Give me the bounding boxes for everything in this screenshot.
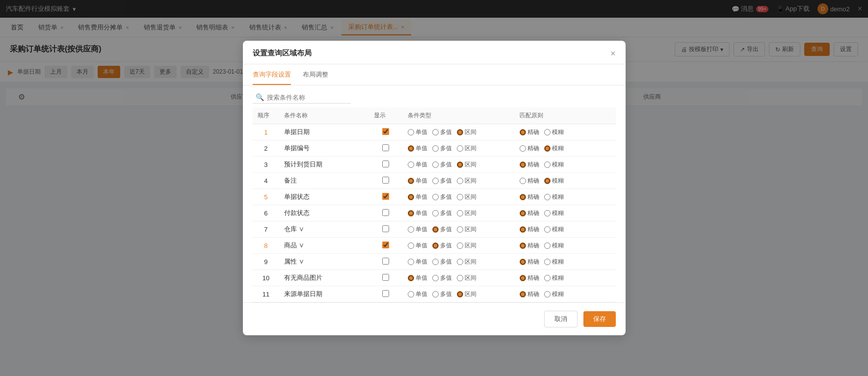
row-display-cell bbox=[369, 124, 403, 140]
match-radio-item[interactable]: 模糊 bbox=[544, 274, 564, 282]
match-radio-item[interactable]: 模糊 bbox=[544, 177, 564, 185]
match-radio-item[interactable]: 模糊 bbox=[544, 144, 564, 153]
match-radio-item[interactable]: 模糊 bbox=[544, 209, 564, 217]
type-radio-item[interactable]: 区间 bbox=[457, 193, 476, 201]
th-display: 显示 bbox=[369, 107, 403, 124]
display-checkbox[interactable] bbox=[382, 177, 389, 184]
display-checkbox[interactable] bbox=[382, 258, 389, 265]
display-checkbox[interactable] bbox=[382, 128, 389, 135]
match-radio-item[interactable]: 精确 bbox=[520, 225, 539, 234]
type-radio-item[interactable]: 区间 bbox=[457, 144, 476, 153]
display-checkbox[interactable] bbox=[382, 274, 389, 281]
type-radio-item[interactable]: 区间 bbox=[457, 290, 476, 298]
row-name: 来源单据日期 bbox=[279, 286, 369, 302]
row-name: 有无商品图片 bbox=[279, 270, 369, 286]
type-radio-item[interactable]: 区间 bbox=[457, 258, 476, 266]
match-radio-item[interactable]: 精确 bbox=[520, 193, 539, 201]
type-radio-item[interactable]: 单值 bbox=[408, 193, 427, 201]
type-radio-item[interactable]: 单值 bbox=[408, 242, 427, 250]
type-radio-item[interactable]: 区间 bbox=[457, 274, 476, 282]
type-radio-item[interactable]: 单值 bbox=[408, 274, 427, 282]
type-radio-item[interactable]: 多值 bbox=[432, 225, 452, 234]
match-radio-item[interactable]: 模糊 bbox=[544, 128, 564, 136]
type-radio-item[interactable]: 区间 bbox=[457, 209, 476, 217]
display-checkbox[interactable] bbox=[382, 242, 389, 248]
display-checkbox[interactable] bbox=[382, 225, 389, 232]
row-order: 3 bbox=[253, 157, 280, 173]
type-radio-item[interactable]: 单值 bbox=[408, 128, 427, 136]
type-radio-item[interactable]: 区间 bbox=[457, 242, 476, 250]
match-radio-item[interactable]: 模糊 bbox=[544, 258, 564, 266]
modal-table-header: 顺序 条件名称 显示 条件类型 匹配原则 bbox=[253, 107, 616, 124]
type-radio-item[interactable]: 多值 bbox=[432, 161, 452, 169]
type-radio-group: 单值多值区间 bbox=[408, 225, 510, 234]
modal-search-area: 🔍 bbox=[243, 85, 626, 107]
row-type-cell: 单值多值区间 bbox=[403, 221, 515, 238]
display-checkbox[interactable] bbox=[382, 161, 389, 167]
type-radio-item[interactable]: 多值 bbox=[432, 274, 452, 282]
match-radio-item[interactable]: 精确 bbox=[520, 258, 539, 266]
match-radio-item[interactable]: 精确 bbox=[520, 177, 539, 185]
match-radio-group: 精确模糊 bbox=[520, 209, 611, 217]
match-radio-item[interactable]: 模糊 bbox=[544, 193, 564, 201]
th-order: 顺序 bbox=[253, 107, 280, 124]
match-radio-item[interactable]: 模糊 bbox=[544, 225, 564, 234]
type-radio-item[interactable]: 多值 bbox=[432, 209, 452, 217]
row-order: 5 bbox=[253, 189, 280, 205]
display-checkbox[interactable] bbox=[382, 193, 389, 200]
row-type-cell: 单值多值区间 bbox=[403, 270, 515, 286]
match-radio-item[interactable]: 精确 bbox=[520, 274, 539, 282]
match-radio-group: 精确模糊 bbox=[520, 242, 611, 250]
display-checkbox[interactable] bbox=[382, 209, 389, 216]
type-radio-item[interactable]: 多值 bbox=[432, 258, 452, 266]
match-radio-item[interactable]: 精确 bbox=[520, 161, 539, 169]
match-radio-group: 精确模糊 bbox=[520, 161, 611, 169]
type-radio-item[interactable]: 单值 bbox=[408, 177, 427, 185]
save-btn[interactable]: 保存 bbox=[583, 311, 616, 327]
row-display-cell bbox=[369, 205, 403, 221]
type-radio-item[interactable]: 区间 bbox=[457, 161, 476, 169]
display-checkbox[interactable] bbox=[382, 290, 389, 297]
modal-search-input[interactable] bbox=[267, 94, 345, 101]
type-radio-item[interactable]: 单值 bbox=[408, 290, 427, 298]
type-radio-item[interactable]: 多值 bbox=[432, 128, 452, 136]
row-match-cell: 精确模糊 bbox=[515, 286, 616, 302]
modal-header: 设置查询区域布局 × bbox=[243, 41, 626, 64]
modal-tab-query[interactable]: 查询字段设置 bbox=[253, 70, 291, 85]
type-radio-item[interactable]: 多值 bbox=[432, 193, 452, 201]
type-radio-item[interactable]: 单值 bbox=[408, 209, 427, 217]
type-radio-item[interactable]: 单值 bbox=[408, 258, 427, 266]
display-checkbox[interactable] bbox=[382, 144, 389, 151]
cancel-btn[interactable]: 取消 bbox=[544, 311, 578, 327]
type-radio-item[interactable]: 区间 bbox=[457, 177, 476, 185]
type-radio-item[interactable]: 区间 bbox=[457, 225, 476, 234]
type-radio-item[interactable]: 单值 bbox=[408, 161, 427, 169]
type-radio-item[interactable]: 多值 bbox=[432, 144, 452, 153]
match-radio-item[interactable]: 模糊 bbox=[544, 161, 564, 169]
row-display-cell bbox=[369, 270, 403, 286]
type-radio-item[interactable]: 单值 bbox=[408, 225, 427, 234]
match-radio-item[interactable]: 精确 bbox=[520, 209, 539, 217]
type-radio-item[interactable]: 单值 bbox=[408, 144, 427, 153]
row-display-cell bbox=[369, 221, 403, 238]
type-radio-item[interactable]: 区间 bbox=[457, 128, 476, 136]
type-radio-item[interactable]: 多值 bbox=[432, 177, 452, 185]
type-radio-group: 单值多值区间 bbox=[408, 274, 510, 282]
match-radio-item[interactable]: 精确 bbox=[520, 128, 539, 136]
type-radio-group: 单值多值区间 bbox=[408, 209, 510, 217]
modal-tab-layout[interactable]: 布局调整 bbox=[303, 70, 328, 85]
match-radio-item[interactable]: 精确 bbox=[520, 242, 539, 250]
match-radio-item[interactable]: 精确 bbox=[520, 144, 539, 153]
type-radio-item[interactable]: 多值 bbox=[432, 290, 452, 298]
match-radio-item[interactable]: 精确 bbox=[520, 290, 539, 298]
row-match-cell: 精确模糊 bbox=[515, 205, 616, 221]
table-row: 2单据编号单值多值区间精确模糊 bbox=[253, 140, 616, 157]
modal-close-btn[interactable]: × bbox=[610, 49, 616, 58]
row-name: 单据日期 bbox=[279, 124, 369, 140]
type-radio-item[interactable]: 多值 bbox=[432, 242, 452, 250]
table-row: 11来源单据日期单值多值区间精确模糊 bbox=[253, 286, 616, 302]
modal-footer: 取消 保存 bbox=[243, 302, 626, 328]
match-radio-item[interactable]: 模糊 bbox=[544, 242, 564, 250]
match-radio-item[interactable]: 模糊 bbox=[544, 290, 564, 298]
type-radio-group: 单值多值区间 bbox=[408, 290, 510, 298]
